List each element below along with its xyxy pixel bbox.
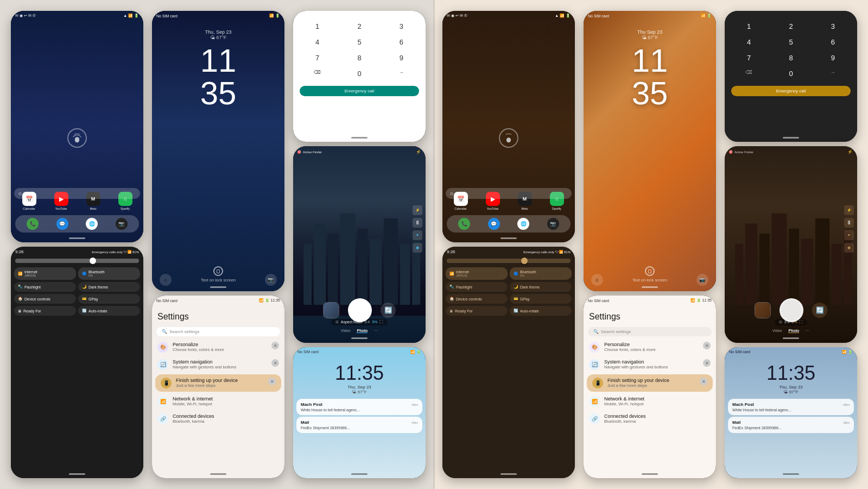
tile-internet[interactable]: 📶 Internet JAR101 (14, 267, 76, 280)
cam-rctrl-4-w[interactable]: ◉ (844, 243, 854, 253)
tile-bluetooth[interactable]: 🔵 Bluetooth On (78, 267, 140, 280)
brightness-thumb[interactable] (90, 258, 96, 264)
shutter-button[interactable] (348, 298, 372, 322)
dock-chrome-w[interactable]: 🌐 (517, 218, 529, 230)
tile-rf-w[interactable]: 🖥 Ready For (446, 306, 508, 316)
tab-more[interactable]: ⋯ (374, 329, 378, 333)
key-4[interactable]: 4 (297, 35, 337, 49)
close-nav[interactable]: ✕ (271, 359, 279, 367)
tile-autorotate[interactable]: 🔄 Auto-rotate (78, 306, 140, 316)
key-1[interactable]: 1 (297, 20, 337, 33)
key-3-d[interactable]: 3 (813, 20, 853, 33)
notif-card-2[interactable]: Mail 40m FedEx Shipment 28395986... (296, 417, 422, 433)
dock-msg-w[interactable]: 💬 (488, 218, 500, 230)
key-2-d[interactable]: 2 (771, 20, 810, 33)
tab-vid-w[interactable]: Video (772, 329, 782, 333)
settings-item-con-warm[interactable]: 🔗 Connected devices Bluetooth, karima (584, 410, 716, 428)
key-5[interactable]: 5 (339, 35, 379, 49)
settings-item-nav-warm[interactable]: 🔄 System navigation Navigate with gestur… (584, 356, 716, 373)
tab-video[interactable]: Video (341, 329, 351, 333)
shutter-btn-warm[interactable] (780, 298, 803, 322)
settings-item-personalize[interactable]: 🎨 Personalize Choose fonts, colors & mor… (152, 338, 284, 356)
dock-camera-w[interactable]: 📷 (547, 218, 559, 230)
tile-gpay[interactable]: 💳 GPay (78, 294, 140, 304)
settings-item-finish-warm[interactable]: 📱 Finish setting up your device Just a f… (587, 374, 713, 392)
flip-cam-warm[interactable]: 🔄 (812, 303, 827, 318)
key-8-d[interactable]: 8 (771, 51, 810, 65)
gallery-thumb-w[interactable] (755, 302, 771, 318)
key-7-d[interactable]: 7 (729, 51, 769, 65)
settings-item-nav[interactable]: 🔄 System navigation Navigate with gestur… (152, 356, 284, 373)
cam-flash-icon[interactable]: ⚡ (416, 149, 421, 154)
settings-item-connected[interactable]: 🔗 Connected devices Bluetooth, karima (152, 410, 284, 428)
key-0-d[interactable]: 0 (771, 67, 810, 80)
key-0[interactable]: 0 (339, 67, 379, 80)
key-star-d[interactable]: ⌫ (729, 67, 769, 80)
tile-flash-w[interactable]: 🔦 Flashlight (446, 282, 508, 292)
tile-device-controls[interactable]: 🏠 Device controls (14, 294, 76, 304)
close-finish[interactable]: ✕ (268, 378, 276, 385)
dock-camera[interactable]: 📷 (116, 218, 128, 230)
key-1-d[interactable]: 1 (729, 20, 769, 33)
key-2[interactable]: 2 (339, 20, 379, 33)
key-9-d[interactable]: 9 (813, 51, 853, 65)
cam-flash-w[interactable]: ⚡ (847, 149, 853, 154)
search-bar-warm[interactable]: G (446, 188, 572, 199)
tile-internet-w[interactable]: 📶 Internet JAR101 (446, 267, 508, 280)
tile-flashlight[interactable]: 🔦 Flashlight (14, 282, 76, 292)
notif-card-1[interactable]: Mach Post 40m White House to tell federa… (296, 399, 422, 415)
cam-ctrl-1[interactable]: ⚡ (413, 205, 422, 215)
cam-ctrl-3[interactable]: ✦ (413, 230, 422, 240)
tab-photo[interactable]: Photo (357, 329, 368, 333)
key-7[interactable]: 7 (297, 51, 337, 65)
flip-camera[interactable]: 🔄 (381, 303, 396, 318)
key-6-d[interactable]: 6 (813, 35, 853, 49)
cam-ctrl-2[interactable]: 🎛 (413, 218, 422, 228)
key-4-d[interactable]: 4 (729, 35, 769, 49)
cam-ctrl-4[interactable]: ◉ (413, 243, 422, 253)
settings-item-network[interactable]: 📶 Network & internet Mobile, Wi-Fi, hots… (152, 393, 284, 410)
tile-gpay-w[interactable]: 💳 GPay (510, 294, 572, 304)
cam-rctrl-1-w[interactable]: ⚡ (844, 205, 854, 215)
key-star[interactable]: ⌫ (297, 67, 337, 80)
notif-card-1-w[interactable]: Mach Post 40m White House to tell federa… (728, 399, 854, 415)
dock-phone-w[interactable]: 📞 (458, 218, 470, 230)
settings-item-net-warm[interactable]: 📶 Network & internet Mobile, Wi-Fi, hots… (584, 393, 716, 410)
tab-more-w[interactable]: ⋯ (806, 329, 809, 333)
tile-bt-w[interactable]: 🔵 Bluetooth On (510, 267, 572, 280)
brightness-slider[interactable] (15, 259, 139, 263)
key-8[interactable]: 8 (339, 51, 379, 65)
key-hash[interactable]: → (382, 67, 421, 80)
settings-item-finish[interactable]: 📱 Finish setting up your device Just a f… (155, 374, 281, 392)
search-bar[interactable]: G (14, 188, 140, 199)
dock-phone[interactable]: 📞 (27, 218, 39, 230)
notif-card-2-w[interactable]: Mail 40m FedEx Shipment 28395986... (728, 417, 854, 433)
tile-ar-w[interactable]: 🔄 Auto-rotate (510, 306, 572, 316)
tile-dt-w[interactable]: 🌙 Dark theme (510, 282, 572, 292)
dock-messages[interactable]: 💬 (56, 218, 68, 230)
close-personalize[interactable]: ✕ (271, 342, 279, 349)
cam-rctrl-2-w[interactable]: 🎛 (844, 218, 854, 228)
key-hash-d[interactable]: → (813, 67, 853, 80)
tile-ready-for[interactable]: 🖥 Ready For (14, 306, 76, 316)
close-finish-warm[interactable]: ✕ (700, 378, 707, 385)
cam-settings-w[interactable]: ⚙ (729, 149, 733, 154)
key-9[interactable]: 9 (382, 51, 421, 65)
tile-dc-w[interactable]: 🏠 Device controls (446, 294, 508, 304)
cam-settings-icon[interactable]: ⚙ (297, 149, 301, 154)
tab-photo-w[interactable]: Photo (788, 329, 799, 333)
brightness-slider-warm[interactable] (447, 259, 571, 263)
cam-rctrl-3-w[interactable]: ✦ (844, 230, 854, 240)
settings-item-pers-warm[interactable]: 🎨 Personalize Choose fonts, colors & mor… (584, 338, 716, 356)
dock-chrome[interactable]: 🌐 (86, 218, 98, 230)
settings-search-warm[interactable]: 🔍 Search settings (588, 327, 712, 336)
settings-search-bar[interactable]: 🔍 Search settings (156, 327, 280, 336)
gallery-thumb[interactable] (323, 302, 339, 318)
key-5-d[interactable]: 5 (771, 35, 810, 49)
key-3[interactable]: 3 (382, 20, 421, 33)
tile-darktheme[interactable]: 🌙 Dark theme (78, 282, 140, 292)
emergency-btn-light[interactable]: Emergency call (300, 86, 419, 96)
close-nav-warm[interactable]: ✕ (703, 359, 711, 367)
key-6[interactable]: 6 (382, 35, 421, 49)
emergency-btn-dark[interactable]: Emergency call (731, 86, 851, 96)
